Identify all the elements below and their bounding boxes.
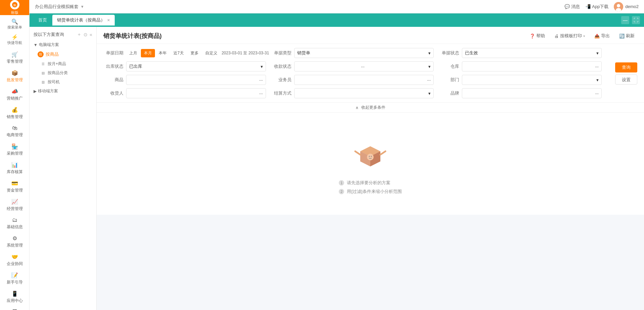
date-tab-this-month[interactable]: 本月 xyxy=(141,49,155,57)
svg-line-13 xyxy=(380,151,385,155)
finance-label: 资金管理 xyxy=(7,188,23,193)
scheme-label-by-product: 按商品 xyxy=(46,51,59,57)
collapse-panel-icon[interactable]: « xyxy=(90,32,92,37)
expand-icon: ▼ xyxy=(34,43,38,47)
doc-type-value: 销货单 xyxy=(297,50,310,56)
sidebar-item-basic[interactable]: 🗂 基础信息 xyxy=(0,214,29,232)
sidebar-item-system[interactable]: ⚙ 系统管理 xyxy=(0,232,29,251)
user-name: demo2 xyxy=(625,4,639,9)
marketing-label: 营销推广 xyxy=(7,96,23,101)
tab-home[interactable]: 首页 xyxy=(34,15,52,25)
sub-label-warehouse: 按司机 xyxy=(48,79,60,85)
app-download-btn[interactable]: 📲 App下载 xyxy=(585,4,608,10)
wholesale-label: 批发管理 xyxy=(7,77,23,83)
desktop-group-header[interactable]: ▼ 电脑端方案 xyxy=(30,40,96,49)
user-info[interactable]: demo2 xyxy=(614,2,639,11)
sidebar: 畅 标版 🔍 搜索菜单 ⚡ 快捷导航 🛒 零售管理 📦 批发管理 📣 营销推广 … xyxy=(0,0,30,310)
sidebar-item-enterprise[interactable]: 🤝 企业协同 xyxy=(0,251,29,269)
query-button[interactable]: 查询 xyxy=(615,62,637,72)
scheme-sub-by-warehouse[interactable]: ▥ 按司机 xyxy=(30,78,96,87)
product-control[interactable]: ··· xyxy=(126,75,266,85)
date-tab-last-month[interactable]: 上月 xyxy=(126,49,140,57)
tab-report[interactable]: 销货单统计表（按商品） ✕ xyxy=(52,15,115,25)
sidebar-item-app-center[interactable]: 📱 应用中心 xyxy=(0,288,29,306)
settings-button[interactable]: 设置 xyxy=(615,74,637,85)
sub-icon-warehouse: ▥ xyxy=(40,80,46,85)
add-scheme-icon[interactable]: ＋ xyxy=(77,32,82,38)
basic-label: 基础信息 xyxy=(7,224,23,230)
svg-point-11 xyxy=(371,156,372,157)
app-center-label: 应用中心 xyxy=(7,298,23,304)
logo-icon: 畅 xyxy=(10,0,19,9)
salesperson-control[interactable]: ··· xyxy=(294,75,434,85)
export-btn[interactable]: 📤 导出 xyxy=(592,32,612,40)
payment-label: 收款状态 xyxy=(271,63,291,69)
filter-receiver: 收货人 ··· xyxy=(103,88,271,98)
mobile-expand-icon: ▶ xyxy=(34,89,37,94)
settings-scheme-icon[interactable]: ⊙ xyxy=(84,32,88,37)
brand-dots: ··· xyxy=(595,91,599,96)
panel-actions: ＋ ⊙ « xyxy=(77,32,92,38)
collapse-bar[interactable]: ∧ 收起更多条件 xyxy=(97,103,644,113)
sidebar-item-marketing[interactable]: 📣 营销推广 xyxy=(0,86,29,104)
sidebar-item-retail[interactable]: 🛒 零售管理 xyxy=(0,49,29,67)
filter-date: 单据日期 上月 本月 本年 近7天 更多 自定义 2023-03-01 至 20… xyxy=(103,48,271,58)
payment-control[interactable]: ··· ▾ xyxy=(294,61,434,71)
inventory-icon: 📊 xyxy=(11,162,18,168)
tab-maximize-btn[interactable]: ⛶ xyxy=(632,16,640,24)
filter-warehouse: 仓库 ··· xyxy=(439,61,607,71)
print-btn[interactable]: 🖨 按模板打印 ▾ xyxy=(552,32,588,40)
doc-status-control[interactable]: 已生效 ▾ xyxy=(462,48,602,58)
refresh-btn[interactable]: 🔄 刷新 xyxy=(616,32,637,40)
tab-close-icon[interactable]: ✕ xyxy=(107,18,110,22)
sidebar-item-inventory[interactable]: 📊 库存核算 xyxy=(0,159,29,177)
message-icon: 💬 xyxy=(565,4,570,9)
operation-label: 经营管理 xyxy=(7,206,23,212)
date-tab-this-year[interactable]: 本年 xyxy=(156,49,170,57)
warehouse-control[interactable]: ··· xyxy=(462,61,602,71)
sidebar-item-finance[interactable]: 💳 资金管理 xyxy=(0,177,29,196)
scheme-sub-by-month-product[interactable]: ☰ 按月+商品 xyxy=(30,59,96,68)
tip-text-2: 用[过滤]条件来缩小分析范围 xyxy=(347,189,401,195)
department-control[interactable]: ▾ xyxy=(462,75,602,85)
sidebar-item-wholesale[interactable]: 📦 批发管理 xyxy=(0,67,29,86)
operation-icon: 📈 xyxy=(11,199,18,205)
scheme-sub-by-category[interactable]: ▤ 按商品分类 xyxy=(30,68,96,78)
scheme-item-by-product[interactable]: 按 按商品 xyxy=(30,49,96,59)
finance-icon: 💳 xyxy=(11,180,18,187)
brand-control[interactable]: ··· xyxy=(462,88,602,98)
date-tab-7days[interactable]: 近7天 xyxy=(170,49,187,57)
message-btn[interactable]: 💬 消息 xyxy=(565,4,580,10)
payment-dots: ··· xyxy=(361,64,365,69)
salesperson-label: 业务员 xyxy=(271,77,291,83)
dropdown-arrow[interactable]: ▾ xyxy=(81,4,84,9)
page-body: 按以下方案查询 ＋ ⊙ « ▼ 电脑端方案 按 按商品 ☰ xyxy=(30,27,644,310)
receiver-control[interactable]: ··· xyxy=(126,88,266,98)
mobile-group-header[interactable]: ▶ 移动端方案 xyxy=(30,87,96,96)
tabs-actions: — ⛶ xyxy=(621,16,640,24)
sidebar-item-ecommerce[interactable]: 🛍 电商管理 xyxy=(0,122,29,141)
date-tab-custom[interactable]: 自定义 xyxy=(202,49,220,57)
tab-minimize-btn[interactable]: — xyxy=(621,16,629,24)
doc-type-chevron: ▾ xyxy=(428,51,431,56)
top-header: 办公用品行业模拟账套 ▾ 💬 消息 📲 App下载 de xyxy=(30,0,644,13)
empty-illustration xyxy=(350,133,390,173)
date-tab-more[interactable]: 更多 xyxy=(187,49,202,57)
doc-status-value: 已生效 xyxy=(465,50,478,56)
sidebar-item-sales[interactable]: 💰 销售管理 xyxy=(0,104,29,122)
sidebar-item-wechat[interactable]: 💬 企业微信 xyxy=(0,306,29,310)
message-label: 消息 xyxy=(571,4,580,10)
sidebar-item-guide[interactable]: 📝 新手引导 xyxy=(0,269,29,288)
sidebar-item-purchase[interactable]: 🏪 采购管理 xyxy=(0,141,29,159)
doc-type-control[interactable]: 销货单 ▾ xyxy=(294,48,434,58)
settlement-control[interactable]: ▾ xyxy=(294,88,434,98)
sidebar-item-search-menu[interactable]: 🔍 搜索菜单 xyxy=(0,15,29,32)
out-status-label: 出库状态 xyxy=(103,63,123,69)
industry-title: 办公用品行业模拟账套 xyxy=(35,4,78,10)
sidebar-item-operation[interactable]: 📈 经营管理 xyxy=(0,196,29,214)
help-btn[interactable]: ❓ 帮助 xyxy=(527,32,548,40)
out-status-control[interactable]: 已出库 ▾ xyxy=(126,61,266,71)
sidebar-item-quick-nav[interactable]: ⚡ 快捷导航 xyxy=(0,32,29,47)
collapse-label: 收起更多条件 xyxy=(361,105,385,110)
avatar xyxy=(614,2,623,11)
